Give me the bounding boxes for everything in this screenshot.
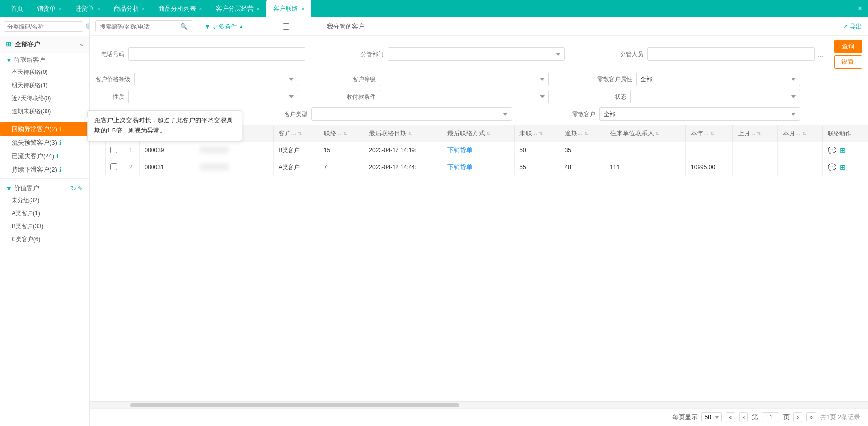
this-month-col-header[interactable]: 本月...⇅ <box>777 125 822 142</box>
row2-grid-icon[interactable]: ⊞ <box>840 163 846 171</box>
declining-item[interactable]: 持续下滑客户(2) ℹ <box>0 163 89 176</box>
tomorrow-pending-item[interactable]: 明天待联络(1) <box>0 79 89 92</box>
churned-item[interactable]: 已流失客户(24) ℹ <box>0 149 89 163</box>
this-year-col-header[interactable]: 本年...⇅ <box>686 125 732 142</box>
last-month-sort-icon: ⇅ <box>757 131 761 136</box>
scroll-thumb[interactable] <box>130 403 459 407</box>
last-contact-method-col-header[interactable]: 最后联络方式⇅ <box>442 125 514 142</box>
last-page-button[interactable]: » <box>806 412 816 422</box>
close-customer-contact-icon[interactable]: × <box>301 6 304 12</box>
row1-chat-icon[interactable]: 💬 <box>828 147 836 154</box>
search-box: 🔍 <box>95 20 192 32</box>
export-icon: ↗ <box>843 23 848 30</box>
person-more-icon[interactable]: … <box>817 50 824 59</box>
week-pending-item[interactable]: 近7天待联络(0) <box>0 92 89 105</box>
ungroup-item[interactable]: 未分组(32) <box>0 194 89 207</box>
nav-item-sales[interactable]: 销货单 × <box>30 0 68 17</box>
data-table-wrapper: ⚙ # 客户编码⇅ 客户名称⇅ 客户...⇅ <box>90 125 868 401</box>
table-row: 1 000039 B类客户 15 2023-04-17 14:19: 下销货单 … <box>90 142 868 159</box>
next-page-button[interactable]: › <box>793 412 802 422</box>
search-input[interactable] <box>100 23 177 30</box>
dept-label: 分管部门 <box>355 50 384 59</box>
c-class-item[interactable]: C类客户(6) <box>0 233 89 246</box>
per-page-select[interactable]: 50 <box>701 412 722 422</box>
close-customer-segment-icon[interactable]: × <box>257 6 259 12</box>
info-icon-0: ℹ <box>59 126 61 132</box>
tooltip-box: 距客户上次交易时长，超过了此客户的平均交易周期的1.5倍，则视为异常。 ... <box>87 110 242 141</box>
tooltip-more[interactable]: ... <box>169 127 175 134</box>
row2-contact-link[interactable]: 下销货单 <box>447 163 472 171</box>
more-conditions-button[interactable]: ▼ 更多条件 ▲ <box>204 22 244 31</box>
pay-select[interactable] <box>380 90 549 103</box>
category-col-header[interactable]: 客户...⇅ <box>274 125 319 142</box>
uncontacted-sort-icon: ⇅ <box>539 131 543 136</box>
row1-checkbox[interactable] <box>110 147 117 153</box>
horizontal-scrollbar[interactable] <box>90 401 868 408</box>
nav-item-purchase[interactable]: 进货单 × <box>68 0 107 17</box>
dept-field: 分管部门 <box>355 47 565 61</box>
zero-attr-select[interactable]: 全部 <box>636 73 800 86</box>
nav-item-product-analysis[interactable]: 商品分析 × <box>107 0 152 17</box>
churn-warning-item[interactable]: 流失预警客户(3) ℹ <box>0 136 89 149</box>
edit-icon[interactable]: ✎ <box>78 185 83 192</box>
my-customers-checkbox-area: 我分管的客户 <box>247 22 365 31</box>
query-button[interactable]: 查询 <box>834 40 862 53</box>
page-input[interactable] <box>762 412 779 422</box>
close-sales-icon[interactable]: × <box>59 6 61 12</box>
b-class-item[interactable]: B类客户(33) <box>0 220 89 233</box>
first-page-button[interactable]: « <box>726 412 736 422</box>
value-customer-group[interactable]: ▼ 价值客户 ↻ ✎ <box>0 181 89 194</box>
nav-item-product-list[interactable]: 商品分析列表 × <box>152 0 209 17</box>
phone-input[interactable] <box>128 47 305 61</box>
search-submit-icon[interactable]: 🔍 <box>180 23 188 30</box>
today-pending-item[interactable]: 今天待联络(0) <box>0 66 89 79</box>
refresh-icon[interactable]: ↻ <box>71 185 76 192</box>
nav-item-customer-segment[interactable]: 客户分层经营 × <box>209 0 266 17</box>
chevron-up-icon: ▲ <box>239 24 244 29</box>
close-product-list-icon[interactable]: × <box>199 6 202 12</box>
zero-customer-select[interactable]: 全部 <box>599 107 800 121</box>
row1-grid-icon[interactable]: ⊞ <box>840 147 846 154</box>
last-contact-date-col-header[interactable]: 最后联络日期⇅ <box>364 125 442 142</box>
company-contact-col-header[interactable]: 往来单位联系人⇅ <box>605 125 686 142</box>
person-input[interactable] <box>647 47 815 61</box>
my-customers-checkbox[interactable] <box>247 23 325 30</box>
prev-page-button[interactable]: ‹ <box>739 412 748 422</box>
customer-grade-select[interactable] <box>380 73 549 86</box>
sidebar-collapse-icon[interactable]: « <box>80 41 83 48</box>
gender-field: 性质 <box>95 90 298 103</box>
abnormal-repurchase-item[interactable]: 回购异常客户(2) ℹ <box>0 122 89 136</box>
overdue-col-header[interactable]: 逾期...⇅ <box>560 125 605 142</box>
last-month-col-header[interactable]: 上月...⇅ <box>732 125 777 142</box>
sidebar-search-input[interactable] <box>4 21 83 32</box>
settings-button[interactable]: 设置 <box>834 55 862 69</box>
row2-uncontacted: 55 <box>515 159 560 176</box>
nav-item-customer-contact[interactable]: 客户联络 × <box>266 0 311 17</box>
a-class-item[interactable]: A类客户(1) <box>0 207 89 220</box>
close-product-analysis-icon[interactable]: × <box>142 6 145 12</box>
sidebar-search-icon[interactable]: 🔍 <box>85 23 90 30</box>
dept-select[interactable] <box>388 47 565 61</box>
export-button[interactable]: ↗ 导出 <box>843 22 862 31</box>
close-purchase-icon[interactable]: × <box>97 6 100 12</box>
gender-select[interactable] <box>128 90 298 103</box>
row2-actions: 💬 ⊞ <box>823 159 868 176</box>
status-select[interactable] <box>630 90 800 103</box>
overdue-item[interactable]: 逾期未联络(30) <box>0 105 89 118</box>
status-label: 状态 <box>597 93 626 101</box>
close-all-button[interactable]: × <box>858 4 862 13</box>
row2-checkbox[interactable] <box>110 163 117 170</box>
nav-item-home[interactable]: 首页 <box>4 0 30 17</box>
row2-contact: 7 <box>319 159 364 176</box>
contact-col-header[interactable]: 联络...⇅ <box>319 125 364 142</box>
price-grade-select[interactable] <box>134 73 298 86</box>
price-grade-label: 客户价格等级 <box>95 75 130 84</box>
customer-type-field: 客户类型 <box>278 107 512 121</box>
pending-contact-group[interactable]: ▼ 待联络客户 <box>0 53 89 66</box>
row1-contact-link[interactable]: 下销货单 <box>447 147 472 154</box>
row2-chat-icon[interactable]: 💬 <box>828 163 836 171</box>
uncontacted-col-header[interactable]: 未联...⇅ <box>515 125 560 142</box>
row1-num: 1 <box>122 142 139 159</box>
page-label: 第 <box>752 413 758 422</box>
customer-type-select[interactable] <box>311 107 512 121</box>
